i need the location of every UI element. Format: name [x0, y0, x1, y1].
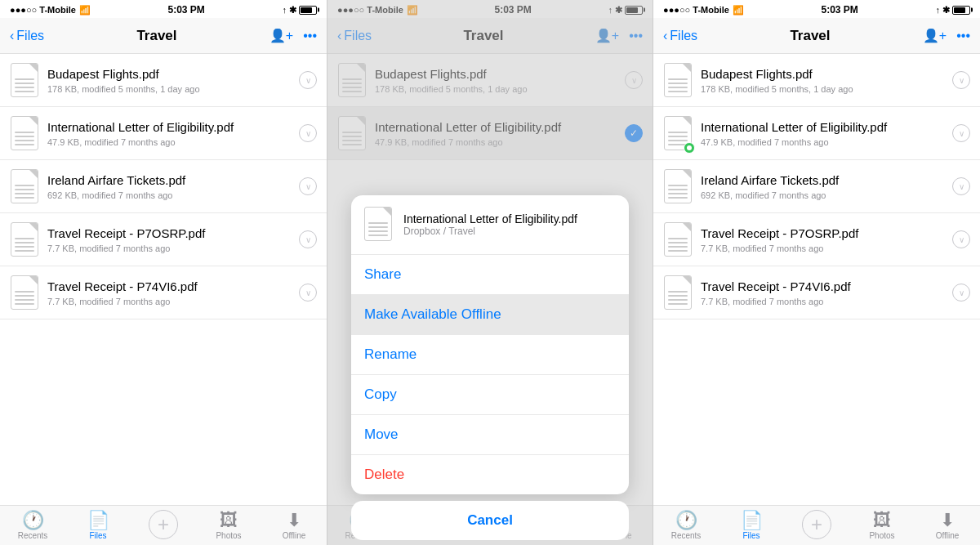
rename-action[interactable]: Rename: [351, 335, 629, 375]
file-info: International Letter of Eligibility.pdf …: [47, 119, 291, 147]
pdf-line: [15, 242, 34, 243]
file-item[interactable]: Travel Receipt - P7OSRP.pdf 7.7 KB, modi…: [0, 213, 327, 266]
file-chevron[interactable]: ∨: [299, 177, 317, 195]
tab-bar-right: 🕐 Recents 📄 Files + 🖼 Photos ⬇ Offline: [653, 505, 980, 545]
pdf-icon: [664, 275, 692, 310]
pdf-line: [15, 189, 34, 190]
more-icon[interactable]: •••: [303, 29, 317, 43]
context-menu: International Letter of Eligibility.pdf …: [351, 195, 629, 494]
file-name: International Letter of Eligibility.pdf: [47, 119, 291, 136]
file-meta: 178 KB, modified 5 months, 1 day ago: [47, 84, 291, 94]
context-header: International Letter of Eligibility.pdf …: [351, 195, 629, 255]
chevron-down-icon: ∨: [959, 288, 964, 297]
file-icon-wrapper: [663, 221, 693, 257]
pdf-line: [668, 140, 688, 141]
chevron-down-icon: ∨: [305, 76, 311, 85]
file-chevron[interactable]: ∨: [299, 284, 317, 302]
file-info: Travel Receipt - P7OSRP.pdf 7.7 KB, modi…: [47, 226, 291, 253]
pdf-line: [368, 230, 388, 232]
file-chevron[interactable]: ∨: [299, 230, 317, 248]
pdf-line: [15, 140, 34, 141]
nav-actions-right: 👤+ •••: [923, 28, 970, 43]
pdf-lines: [665, 173, 691, 203]
pdf-lines: [665, 226, 691, 256]
file-chevron[interactable]: ∨: [952, 71, 970, 89]
tab-photos[interactable]: 🖼 Photos: [196, 506, 261, 545]
cancel-button[interactable]: Cancel: [351, 501, 629, 540]
bluetooth-icon: ✱: [289, 5, 296, 16]
status-right: ↑ ✱: [936, 5, 971, 16]
move-action[interactable]: Move: [351, 415, 629, 455]
file-item-with-badge[interactable]: International Letter of Eligibility.pdf …: [653, 107, 980, 160]
pdf-line: [15, 87, 34, 88]
tab-recents[interactable]: 🕐 Recents: [0, 506, 65, 545]
tab-files[interactable]: 📄 Files: [719, 506, 784, 545]
tab-add[interactable]: +: [131, 506, 196, 545]
file-item[interactable]: Travel Receipt - P7OSRP.pdf 7.7 KB, modi…: [653, 213, 980, 266]
file-chevron[interactable]: ∨: [952, 284, 970, 302]
file-icon-wrapper: [663, 168, 693, 204]
file-item[interactable]: Travel Receipt - P74VI6.pdf 7.7 KB, modi…: [653, 266, 980, 319]
pdf-line: [668, 197, 688, 199]
file-icon: [10, 275, 39, 310]
context-overlay[interactable]: International Letter of Eligibility.pdf …: [327, 0, 653, 545]
tab-offline[interactable]: ⬇ Offline: [915, 506, 980, 545]
status-left: ●●●○○ T-Mobile 📶: [663, 5, 744, 16]
tab-photos[interactable]: 🖼 Photos: [849, 506, 915, 545]
file-meta: 7.7 KB, modified 7 months ago: [47, 297, 291, 306]
tab-offline-label: Offline: [283, 531, 306, 540]
wifi-icon: 📶: [79, 5, 91, 16]
carrier-text: ●●●○○ T-Mobile: [663, 5, 729, 15]
file-item[interactable]: Budapest Flights.pdf 178 KB, modified 5 …: [653, 54, 980, 107]
make-available-offline-action[interactable]: Make Available Offline: [351, 295, 629, 335]
chevron-down-icon: ∨: [959, 235, 964, 244]
add-person-icon[interactable]: 👤+: [270, 28, 293, 43]
recents-icon: 🕐: [22, 511, 44, 529]
pdf-line: [668, 295, 688, 297]
file-chevron[interactable]: ∨: [952, 177, 970, 195]
file-icon: [10, 62, 39, 98]
file-item[interactable]: International Letter of Eligibility.pdf …: [0, 107, 327, 160]
back-button-right[interactable]: ‹ Files: [663, 29, 697, 43]
file-icon-wrapper: [663, 115, 693, 151]
add-circle: +: [802, 510, 831, 539]
file-name: International Letter of Eligibility.pdf: [701, 119, 944, 136]
copy-action[interactable]: Copy: [351, 375, 629, 415]
file-list-left: Budapest Flights.pdf 178 KB, modified 5 …: [0, 54, 327, 505]
share-action[interactable]: Share: [351, 255, 629, 295]
back-button-left[interactable]: ‹ Files: [10, 29, 44, 43]
file-chevron[interactable]: ∨: [952, 230, 970, 248]
pdf-line: [15, 291, 34, 293]
pdf-line: [15, 197, 34, 199]
file-chevron[interactable]: ∨: [299, 124, 317, 142]
context-file-path: Dropbox / Travel: [403, 226, 616, 237]
more-icon[interactable]: •••: [956, 29, 970, 43]
file-name: Travel Receipt - P7OSRP.pdf: [47, 226, 291, 242]
status-bar-left: ●●●○○ T-Mobile 📶 5:03 PM ↑ ✱: [0, 0, 327, 18]
tab-recents[interactable]: 🕐 Recents: [653, 506, 719, 545]
file-chevron[interactable]: ∨: [299, 71, 317, 89]
file-chevron[interactable]: ∨: [952, 124, 970, 142]
tab-recents-label: Recents: [18, 531, 48, 540]
file-name: Ireland Airfare Tickets.pdf: [47, 172, 291, 189]
tab-offline[interactable]: ⬇ Offline: [261, 506, 327, 545]
file-item[interactable]: Ireland Airfare Tickets.pdf 692 KB, modi…: [653, 160, 980, 213]
file-icon-wrapper: [10, 275, 39, 310]
context-pdf-icon: [364, 207, 392, 241]
file-item[interactable]: Ireland Airfare Tickets.pdf 692 KB, modi…: [0, 160, 327, 213]
file-item[interactable]: Budapest Flights.pdf 178 KB, modified 5 …: [0, 54, 327, 107]
pdf-line: [668, 83, 688, 84]
phone-middle: ●●●○○ T-Mobile 📶 5:03 PM ↑ ✱ ‹ Files Tra…: [327, 0, 653, 545]
pdf-line: [668, 87, 688, 88]
files-icon: 📄: [741, 511, 763, 529]
context-cancel[interactable]: Cancel: [351, 501, 629, 540]
add-person-icon[interactable]: 👤+: [923, 28, 947, 43]
pdf-line: [668, 299, 688, 301]
delete-action[interactable]: Delete: [351, 455, 629, 494]
tab-add[interactable]: +: [784, 506, 849, 545]
file-item[interactable]: Travel Receipt - P74VI6.pdf 7.7 KB, modi…: [0, 266, 327, 319]
file-name: Travel Receipt - P74VI6.pdf: [47, 279, 291, 295]
chevron-down-icon: ∨: [305, 129, 311, 138]
tab-files[interactable]: 📄 Files: [65, 506, 131, 545]
pdf-line: [15, 132, 34, 133]
